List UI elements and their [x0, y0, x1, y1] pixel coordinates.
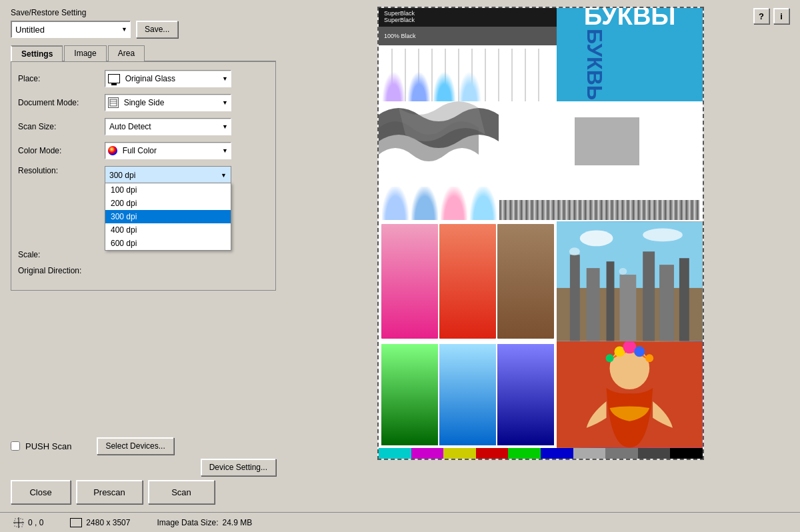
close-button[interactable]: Close — [11, 480, 71, 504]
document-mode-control: Single Side ▼ — [105, 94, 269, 111]
settings-content: Place: Original Glass ▼ Documen — [11, 62, 276, 291]
color-mode-row: Color Mode: Full Color ▼ — [18, 142, 269, 159]
monitor-icon — [108, 74, 120, 83]
document-mode-arrow: ▼ — [222, 99, 228, 106]
resolution-option-100[interactable]: 100 dpi — [105, 183, 231, 197]
tab-area[interactable]: Area — [108, 45, 145, 61]
cyrillic-display: БУКВЫ БУКВЫ — [584, 8, 676, 101]
fan2-pink — [441, 187, 467, 220]
image-data-size-item: Image Data Size: 24.9 MB — [157, 518, 252, 527]
scan-colors-area — [379, 221, 703, 341]
svg-rect-25 — [643, 251, 655, 341]
color-mode-arrow: ▼ — [222, 147, 228, 154]
resolution-option-600[interactable]: 600 dpi — [105, 237, 231, 250]
svg-point-28 — [580, 230, 613, 246]
preset-select[interactable]: Untitled — [11, 21, 131, 38]
swatch-magenta — [411, 448, 444, 460]
svg-rect-26 — [659, 265, 674, 341]
color-bar-brown — [497, 224, 554, 339]
device-setting-button[interactable]: Device Setting... — [201, 459, 276, 476]
scan-size-select[interactable]: Auto Detect ▼ — [105, 118, 231, 135]
tab-image[interactable]: Image — [64, 45, 106, 61]
stripe-pattern — [499, 200, 699, 220]
zebra-area — [379, 101, 573, 181]
save-button[interactable]: Save... — [136, 21, 178, 38]
place-value: Original Glass — [125, 74, 175, 83]
scan-ruler-area — [379, 45, 557, 101]
fan-blue1 — [407, 71, 431, 101]
main-action-buttons: Close Prescan Scan — [11, 480, 276, 504]
scan-size-value: Auto Detect — [109, 122, 151, 131]
scan-size-control: Auto Detect ▼ — [105, 118, 269, 135]
svg-rect-27 — [679, 258, 689, 341]
right-panel: SuperBlackSuperBlack 100% Black — [287, 0, 800, 512]
svg-point-31 — [619, 268, 627, 275]
color-mode-label: Color Mode: — [18, 146, 105, 155]
dimensions-item: 2480 x 3507 — [70, 518, 130, 527]
gradient-bar-sky — [439, 344, 496, 445]
device-setting-row: Device Setting... — [11, 459, 276, 476]
swatch-gray1 — [573, 448, 606, 460]
push-scan-row: PUSH Scan Select Devices... — [11, 437, 276, 455]
preview-container: SuperBlackSuperBlack 100% Black — [377, 7, 704, 460]
swatch-black — [670, 448, 703, 460]
resolution-arrow: ▼ — [221, 172, 227, 179]
scan-banner-gray-text: 100% Black — [384, 33, 416, 39]
svg-rect-21 — [570, 255, 580, 341]
swatch-green — [508, 448, 541, 460]
coordinates-item: 0 , 0 — [13, 517, 43, 528]
resolution-selected-value: 300 dpi — [109, 171, 135, 180]
all-bottom-buttons: PUSH Scan Select Devices... Device Setti… — [11, 424, 276, 504]
tabs-bar: Settings Image Area — [11, 45, 276, 62]
document-mode-select[interactable]: Single Side ▼ — [105, 94, 231, 111]
select-devices-button[interactable]: Select Devices... — [97, 437, 173, 455]
photo-section-factory — [557, 221, 703, 341]
gradient-bar-blue — [497, 344, 554, 445]
fan-row-2 — [379, 181, 703, 221]
place-label: Place: — [18, 74, 105, 83]
svg-rect-22 — [587, 268, 600, 341]
swatch-blue — [541, 448, 573, 460]
scan-banner-gray: 100% Black — [379, 27, 557, 45]
document-mode-label: Document Mode: — [18, 98, 105, 107]
top-area: Save/Restore Setting Untitled Save... Se… — [0, 0, 800, 512]
tabs-section: Settings Image Area Place: Original Gl — [11, 45, 276, 291]
dimensions-rect-icon — [70, 518, 82, 527]
svg-point-37 — [606, 354, 614, 362]
tab-settings[interactable]: Settings — [11, 45, 63, 61]
cyrillic-text-main: БУКВЫ — [584, 8, 676, 29]
svg-rect-24 — [620, 275, 637, 341]
resolution-selected[interactable]: 300 dpi ▼ — [105, 166, 231, 183]
scale-row: Scale: — [18, 250, 269, 259]
swatch-cyan — [379, 448, 411, 460]
document-mode-value: Single Side — [124, 98, 165, 107]
gradient-bar-section — [379, 341, 557, 448]
scan-top-left: SuperBlackSuperBlack 100% Black — [379, 8, 557, 101]
scan-size-label: Scan Size: — [18, 122, 105, 131]
color-bar-red — [439, 224, 496, 339]
cyrillic-text-side: БУКВЫ — [584, 29, 605, 101]
fan-shapes-top — [382, 71, 481, 101]
resolution-dropdown-list: 100 dpi 200 dpi 300 dpi 400 dpi 600 dpi — [105, 183, 231, 251]
fan-cyan — [433, 71, 456, 101]
resolution-option-300[interactable]: 300 dpi — [105, 210, 231, 223]
swatch-red — [476, 448, 509, 460]
scan-size-row: Scan Size: Auto Detect ▼ — [18, 118, 269, 135]
color-bar-magenta — [381, 224, 438, 339]
color-mode-select[interactable]: Full Color ▼ — [105, 142, 231, 159]
fan2-cyan — [470, 187, 497, 220]
save-restore-label: Save/Restore Setting — [11, 8, 276, 17]
scan-swatches — [379, 448, 703, 460]
scan-button[interactable]: Scan — [148, 480, 215, 504]
resolution-option-200[interactable]: 200 dpi — [105, 197, 231, 210]
coordinates-value: 0 , 0 — [28, 518, 43, 527]
svg-rect-23 — [607, 261, 615, 341]
original-direction-label: Original Direction: — [18, 266, 105, 275]
place-select[interactable]: Original Glass ▼ — [105, 70, 231, 87]
scan-size-arrow: ▼ — [222, 123, 228, 130]
svg-point-36 — [635, 346, 645, 357]
push-scan-checkbox[interactable] — [11, 441, 20, 451]
prescan-button[interactable]: Prescan — [76, 480, 143, 504]
resolution-option-400[interactable]: 400 dpi — [105, 223, 231, 237]
scan-preview: SuperBlackSuperBlack 100% Black — [379, 8, 703, 459]
